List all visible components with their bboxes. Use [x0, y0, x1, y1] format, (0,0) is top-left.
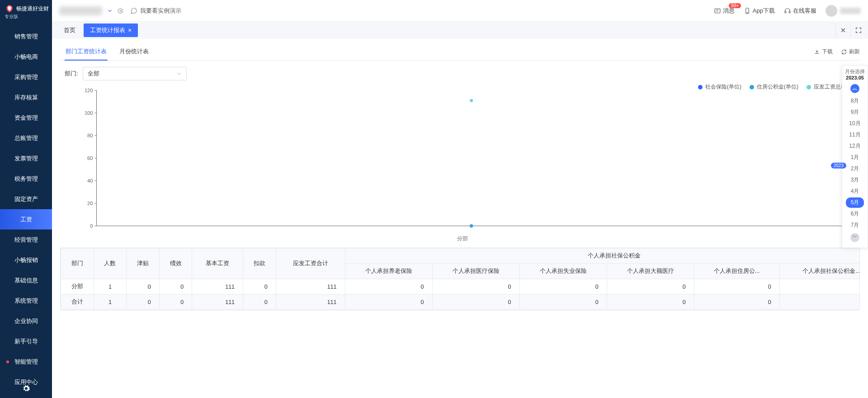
sidebar-item[interactable]: 总账管理 [0, 128, 52, 148]
company-switcher[interactable]: xxxxx [59, 6, 124, 15]
month-item[interactable]: 7月 [846, 220, 864, 230]
legend-item[interactable]: 应发工资总额 [807, 83, 846, 91]
month-item[interactable]: 11月 [846, 130, 864, 140]
sub-tab-month[interactable]: 月份统计表 [118, 43, 150, 61]
sidebar-item[interactable]: 智能管理 [0, 351, 52, 372]
legend-item[interactable]: 住房公积金(单位) [750, 83, 798, 91]
sub-tab-row: 部门工资统计表 月份统计表 下载 刷新 [60, 43, 860, 61]
gear-icon[interactable] [118, 8, 124, 14]
close-all-button[interactable] [835, 23, 851, 38]
svg-point-0 [120, 10, 122, 12]
logo-icon [5, 4, 14, 14]
month-item[interactable]: 4月 [846, 186, 864, 197]
sidebar-item[interactable]: 资金管理 [0, 108, 52, 128]
fullscreen-button[interactable] [851, 23, 866, 38]
sidebar-item[interactable]: 系统管理 [0, 290, 52, 311]
sidebar-item[interactable]: 小畅报销 [0, 250, 52, 270]
month-list: 8月9月10月11月12月1月2月3月4月5月6月7月 [846, 96, 864, 230]
th-g6: 个人承担社保公积金... [779, 264, 860, 279]
sidebar-item[interactable]: 企业协同 [0, 311, 52, 331]
page-tabs: 首页 工资统计报表 × [52, 22, 868, 39]
demo-link[interactable]: 我要看实例演示 [130, 7, 181, 15]
topbar: xxxxx 我要看实例演示 消息 99+ App下载 在线客服 [52, 0, 868, 22]
brand-edition: 专业版 [5, 14, 52, 20]
svg-point-3 [747, 12, 747, 13]
sidebar-item[interactable]: 发票管理 [0, 148, 52, 169]
month-scroll-up[interactable]: ︽ [850, 84, 859, 93]
close-icon[interactable]: × [128, 27, 132, 34]
svg-rect-5 [789, 11, 790, 13]
department-select[interactable]: 全部 [83, 67, 187, 80]
sub-tab-department[interactable]: 部门工资统计表 [65, 43, 108, 61]
th-base: 基本工资 [192, 248, 243, 279]
th-g2: 个人承担医疗保险 [432, 264, 519, 279]
month-item[interactable]: 12月 [846, 141, 864, 151]
chart-point[interactable] [470, 225, 473, 228]
svg-text:0: 0 [90, 223, 93, 229]
message-icon [714, 7, 721, 14]
refresh-button[interactable]: 刷新 [841, 48, 860, 56]
th-allow: 津贴 [127, 248, 160, 279]
sidebar-menu: 销售管理小畅电商采购管理库存核算资金管理总账管理发票管理税务管理固定资产工资经营… [0, 26, 52, 392]
mobile-icon [744, 7, 751, 14]
chart-legend: 社会保险(单位) 住房公积金(单位) 应发工资总额 [698, 83, 846, 91]
sidebar-item[interactable]: 销售管理 [0, 26, 52, 47]
month-picker-header: 月份选择 2023.05 [845, 68, 865, 81]
close-icon [840, 27, 847, 34]
avatar-icon [826, 5, 837, 17]
month-item[interactable]: 1月 [846, 152, 864, 163]
tab-salary-report[interactable]: 工资统计报表 × [84, 23, 138, 37]
messages-button[interactable]: 消息 99+ [714, 7, 735, 15]
download-button[interactable]: App下载 [744, 7, 775, 15]
fullscreen-icon [855, 27, 862, 34]
sidebar-settings[interactable] [0, 379, 52, 398]
th-g3: 个人承担失业保险 [519, 264, 607, 279]
sidebar-item[interactable]: 库存核算 [0, 87, 52, 108]
legend-item[interactable]: 社会保险(单位) [698, 83, 741, 91]
sidebar-item[interactable]: 新手引导 [0, 331, 52, 351]
th-payable: 应发工资合计 [276, 248, 345, 279]
th-count: 人数 [94, 248, 127, 279]
gear-icon [22, 384, 30, 393]
month-item[interactable]: 8月 [846, 96, 864, 106]
sidebar-item[interactable]: 采购管理 [0, 67, 52, 87]
sidebar-item[interactable]: 固定资产 [0, 189, 52, 209]
chat-icon [130, 7, 137, 14]
x-axis-label: 分部 [74, 235, 851, 243]
content: 部门工资统计表 月份统计表 下载 刷新 部门: 全部 社会保险(单位) 住房公积… [52, 39, 868, 398]
th-group: 个人承担社保公积金 [345, 248, 860, 264]
download-button[interactable]: 下载 [814, 48, 833, 56]
month-item[interactable]: 9月 [846, 107, 864, 117]
download-icon [814, 49, 820, 55]
th-deduct: 扣款 [243, 248, 276, 279]
svg-text:20: 20 [87, 201, 93, 206]
brand: 畅捷通好业财 专业版 [0, 0, 52, 22]
year-tag: 2023 [831, 163, 846, 169]
month-scroll-down[interactable]: ︾ [850, 233, 859, 242]
chart-point[interactable] [470, 99, 473, 102]
svg-text:40: 40 [87, 178, 93, 183]
month-item[interactable]: 6月 [846, 209, 864, 219]
month-item[interactable]: 3月 [846, 175, 864, 185]
tab-home[interactable]: 首页 [57, 23, 82, 37]
svg-text:120: 120 [85, 88, 93, 93]
month-item[interactable]: 5月 [846, 197, 864, 208]
brand-title: 畅捷通好业财 [16, 5, 49, 13]
table-total-row: 合计1001110111000000 [61, 295, 860, 310]
headset-icon [784, 7, 791, 14]
chart: 社会保险(单位) 住房公积金(单位) 应发工资总额 02040608010012… [60, 83, 860, 246]
sidebar-item[interactable]: 税务管理 [0, 169, 52, 189]
svg-text:80: 80 [87, 133, 93, 138]
month-item[interactable]: 10月 [846, 118, 864, 129]
sidebar-item[interactable]: 小畅电商 [0, 47, 52, 67]
service-button[interactable]: 在线客服 [784, 7, 816, 15]
table-row: 分部1001110111000000 [61, 279, 860, 295]
chevron-down-icon [176, 71, 182, 76]
chart-plot: 020406080100120 [74, 86, 851, 235]
sidebar-item[interactable]: 工资 [0, 209, 52, 229]
salary-table[interactable]: 部门 人数 津贴 绩效 基本工资 扣款 应发工资合计 个人承担社保公积金 个人承… [60, 248, 860, 310]
sidebar-item[interactable]: 经营管理 [0, 229, 52, 250]
sidebar-item[interactable]: 基础信息 [0, 270, 52, 290]
month-item[interactable]: 2月 [846, 164, 864, 174]
user-menu[interactable] [826, 5, 861, 17]
